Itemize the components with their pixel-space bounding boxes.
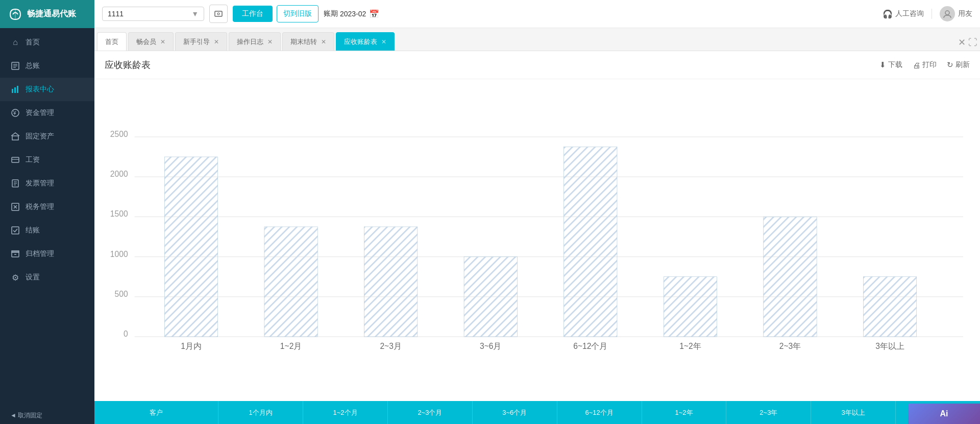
svg-rect-5 <box>14 87 16 93</box>
refresh-label: 刷新 <box>955 60 970 69</box>
sidebar: 畅捷通易代账 ⌂ 首页 总账 <box>0 0 94 424</box>
ai-badge[interactable]: Ai <box>908 404 980 424</box>
svg-rect-10 <box>12 157 19 162</box>
chevron-down-icon: ▼ <box>191 10 199 18</box>
funds-icon: ¥ <box>10 108 20 118</box>
svg-text:1~2年: 1~2年 <box>679 342 701 350</box>
svg-rect-9 <box>12 136 18 140</box>
company-settings-icon[interactable] <box>209 5 228 23</box>
tab-period-end[interactable]: 期末结转 ✕ <box>282 32 334 51</box>
sidebar-item-assets[interactable]: 固定资产 <box>0 125 94 148</box>
col-2-3m-label: 2~3个月 <box>418 408 442 417</box>
bar-1 <box>164 157 217 337</box>
tab-home[interactable]: 首页 <box>97 32 127 51</box>
bar-3 <box>364 227 418 337</box>
tab-log[interactable]: 操作日志 ✕ <box>229 32 281 51</box>
sidebar-item-invoice[interactable]: 发票管理 <box>0 172 94 195</box>
sidebar-item-ledger-label: 总账 <box>26 61 40 70</box>
col-2-3y: 2~3年 <box>726 401 811 424</box>
unpin-button[interactable]: ◄ 取消固定 <box>0 407 94 424</box>
maximize-tab-icon[interactable]: ⛶ <box>968 37 977 48</box>
calendar-icon[interactable]: 📅 <box>369 9 379 19</box>
sidebar-item-tax-label: 税务管理 <box>26 202 54 211</box>
app-logo: 畅捷通易代账 <box>0 0 94 28</box>
tabs-right-controls: ✕ ⛶ <box>958 37 977 51</box>
bar-2 <box>264 227 317 337</box>
col-customer-label: 客户 <box>150 408 163 417</box>
logo-icon <box>8 7 23 22</box>
workbench-button[interactable]: 工作台 <box>233 6 273 22</box>
tab-member[interactable]: 畅会员 ✕ <box>128 32 174 51</box>
sidebar-item-settings[interactable]: ⚙ 设置 <box>0 266 94 289</box>
svg-text:1000: 1000 <box>110 250 128 258</box>
tabs-bar: 首页 畅会员 ✕ 新手引导 ✕ 操作日志 ✕ 期末结转 ✕ 应收账龄表 ✕ ✕ … <box>94 28 980 51</box>
user-name: 用友 <box>958 9 972 18</box>
svg-text:6~12个月: 6~12个月 <box>573 342 607 350</box>
svg-rect-4 <box>12 89 13 93</box>
svg-rect-19 <box>12 227 19 234</box>
svg-rect-6 <box>17 86 18 93</box>
tab-member-close[interactable]: ✕ <box>160 38 165 45</box>
bar-7 <box>764 217 817 337</box>
content-header: 应收账龄表 ⬇ 下载 🖨 打印 ↻ 刷新 <box>94 51 980 79</box>
print-label: 打印 <box>922 60 937 69</box>
sidebar-item-ledger[interactable]: 总账 <box>0 54 94 78</box>
svg-text:1500: 1500 <box>110 209 128 218</box>
sidebar-item-funds-label: 资金管理 <box>26 108 54 117</box>
sidebar-item-reports[interactable]: 报表中心 <box>0 78 94 101</box>
consult-button[interactable]: 🎧 人工咨询 <box>883 9 924 19</box>
settings-icon: ⚙ <box>10 272 20 282</box>
svg-text:2~3年: 2~3年 <box>779 342 801 350</box>
user-menu[interactable]: 用友 <box>940 6 972 21</box>
headset-icon: 🎧 <box>883 9 893 19</box>
sidebar-item-settings-label: 设置 <box>26 273 40 282</box>
tab-aging[interactable]: 应收账龄表 ✕ <box>336 32 395 51</box>
col-1-2y-label: 1~2年 <box>675 408 693 417</box>
svg-text:3年以上: 3年以上 <box>875 342 904 350</box>
ledger-icon <box>10 61 20 71</box>
sidebar-item-closing-label: 结账 <box>26 226 40 235</box>
tab-period-end-label: 期末结转 <box>290 37 317 46</box>
bar-6 <box>664 277 717 337</box>
sidebar-item-salary[interactable]: 工资 <box>0 148 94 172</box>
home-icon: ⌂ <box>10 37 20 48</box>
period-value: 2023-02 <box>340 10 366 18</box>
sidebar-item-closing[interactable]: 结账 <box>0 219 94 242</box>
svg-text:1~2月: 1~2月 <box>280 342 302 350</box>
tab-period-end-close[interactable]: ✕ <box>321 38 326 45</box>
unpin-label: ◄ 取消固定 <box>10 411 42 420</box>
svg-text:0: 0 <box>124 329 128 338</box>
tab-guide-close[interactable]: ✕ <box>214 38 219 45</box>
svg-text:2500: 2500 <box>110 130 128 138</box>
consult-label: 人工咨询 <box>895 9 924 18</box>
reports-icon <box>10 84 20 95</box>
switch-version-button[interactable]: 切到旧版 <box>277 5 318 22</box>
sidebar-item-tax[interactable]: 税务管理 <box>0 195 94 219</box>
main-area: 1111 ▼ 工作台 切到旧版 账期 2023-02 📅 🎧 人工咨询 <box>94 0 980 424</box>
tax-icon <box>10 202 20 212</box>
chart-area: 0 500 1000 1500 2000 2500 <box>94 79 980 401</box>
svg-text:¥: ¥ <box>13 110 16 116</box>
col-1m: 1个月内 <box>218 401 303 424</box>
header-right: 🎧 人工咨询 用友 <box>883 6 972 21</box>
print-button[interactable]: 🖨 打印 <box>913 60 937 69</box>
download-button[interactable]: ⬇ 下载 <box>879 60 902 69</box>
tab-guide[interactable]: 新手引导 ✕ <box>175 32 227 51</box>
assets-icon <box>10 131 20 142</box>
tab-member-label: 畅会员 <box>136 37 156 46</box>
page-title: 应收账龄表 <box>105 59 151 71</box>
sidebar-item-funds[interactable]: ¥ 资金管理 <box>0 101 94 125</box>
tab-log-close[interactable]: ✕ <box>267 38 273 45</box>
tab-guide-label: 新手引导 <box>183 37 210 46</box>
sidebar-item-archive[interactable]: 归档管理 <box>0 242 94 266</box>
company-name: 1111 <box>108 10 124 18</box>
refresh-button[interactable]: ↻ 刷新 <box>947 60 970 69</box>
company-selector[interactable]: 1111 ▼ <box>102 7 204 21</box>
close-tab-icon[interactable]: ✕ <box>958 37 966 48</box>
sidebar-item-home[interactable]: ⌂ 首页 <box>0 31 94 54</box>
svg-text:2~3月: 2~3月 <box>380 342 402 350</box>
tab-aging-close[interactable]: ✕ <box>381 38 386 45</box>
print-icon: 🖨 <box>913 61 920 69</box>
col-3y-plus-label: 3年以上 <box>842 408 865 417</box>
app-name: 畅捷通易代账 <box>27 9 76 19</box>
